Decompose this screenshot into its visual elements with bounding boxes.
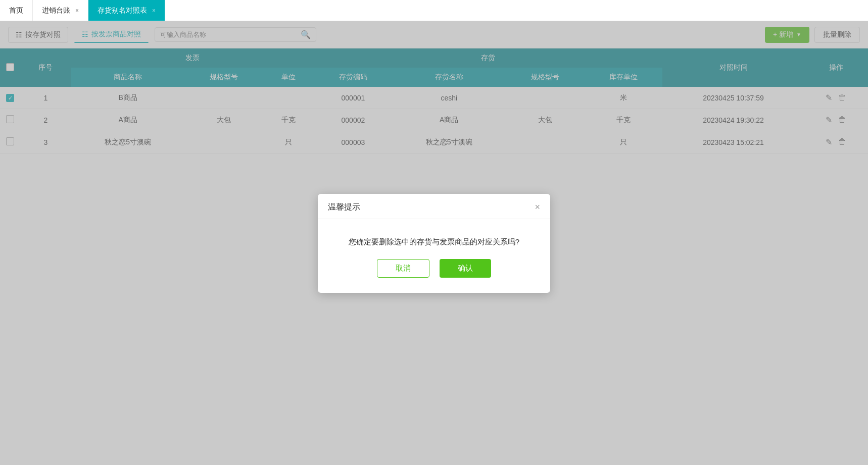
tab-ledger-close[interactable]: ×: [75, 7, 79, 14]
tab-ledger-label: 进销台账: [42, 6, 70, 15]
main-content: ☷ 按存货对照 ☷ 按发票商品对照 🔍 + 新增 ▼ 批量删除: [0, 21, 868, 465]
tab-home[interactable]: 首页: [0, 0, 33, 21]
dialog-message: 您确定要删除选中的存货与发票商品的对应关系吗?: [349, 237, 519, 246]
tab-bar: 首页 进销台账 × 存货别名对照表 ×: [0, 0, 868, 21]
tab-inventory-map-close[interactable]: ×: [152, 7, 156, 14]
tab-home-label: 首页: [9, 6, 23, 15]
confirm-dialog: 温馨提示 × 您确定要删除选中的存货与发票商品的对应关系吗? 取消 确认: [318, 194, 550, 293]
tab-inventory-map-label: 存货别名对照表: [98, 6, 147, 15]
tab-inventory-map[interactable]: 存货别名对照表 ×: [88, 0, 165, 21]
dialog-footer: 取消 确认: [318, 259, 550, 293]
tab-ledger[interactable]: 进销台账 ×: [33, 0, 88, 21]
dialog-title: 温馨提示: [328, 202, 360, 213]
dialog-header: 温馨提示 ×: [318, 194, 550, 219]
dialog-overlay: 温馨提示 × 您确定要删除选中的存货与发票商品的对应关系吗? 取消 确认: [0, 21, 868, 465]
dialog-body: 您确定要删除选中的存货与发票商品的对应关系吗?: [318, 219, 550, 259]
confirm-button[interactable]: 确认: [440, 259, 491, 278]
dialog-close-button[interactable]: ×: [535, 202, 540, 212]
cancel-button[interactable]: 取消: [377, 259, 429, 278]
